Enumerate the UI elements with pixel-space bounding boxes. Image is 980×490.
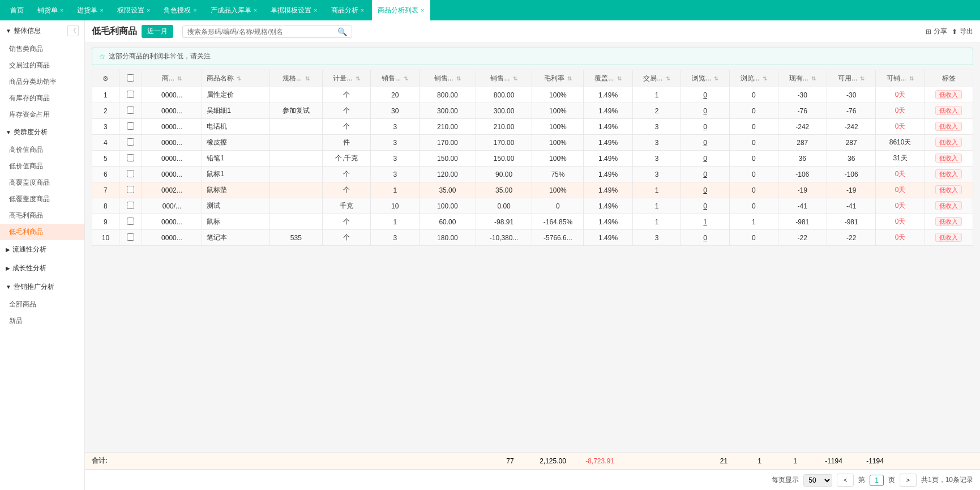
sidebar-section-marketing[interactable]: ▼ 营销推广分析	[0, 278, 84, 296]
row-select-checkbox[interactable]	[127, 91, 134, 98]
nav-sales-order[interactable]: 销货单 ×	[32, 0, 69, 20]
th-gross-rate[interactable]: 毛利率 ⇅	[532, 70, 584, 87]
sidebar-section-overall[interactable]: ▼ 整体信息 《	[0, 20, 84, 41]
row-checkbox[interactable]	[119, 151, 142, 167]
row-sales-amt: 800.00	[420, 87, 476, 103]
row-checkbox[interactable]	[119, 87, 142, 103]
table-body: 1 0000... 属性定价 个 20 800.00 800.00 100% 1…	[92, 87, 973, 246]
sidebar-item-low-value[interactable]: 低价值商品	[0, 158, 84, 174]
nav-product-inbound[interactable]: 产成品入库单 ×	[205, 0, 263, 20]
row-code: 0000...	[142, 167, 202, 182]
nav-home[interactable]: 首页	[5, 0, 29, 20]
per-page-select[interactable]: 50 100 200	[803, 474, 832, 487]
nav-goods-analysis-list[interactable]: 商品分析列表 ×	[372, 0, 430, 20]
row-select-checkbox[interactable]	[127, 218, 134, 225]
sidebar-item-high-coverage[interactable]: 高覆盖度商品	[0, 174, 84, 191]
row-select-checkbox[interactable]	[127, 106, 134, 114]
row-checkbox[interactable]	[119, 167, 142, 182]
close-icon[interactable]: ×	[254, 7, 257, 14]
sidebar-item-stocked-goods[interactable]: 有库存的商品	[0, 90, 84, 106]
sidebar-item-low-coverage[interactable]: 低覆盖度商品	[0, 191, 84, 207]
close-icon[interactable]: ×	[193, 7, 196, 14]
row-trade: 1	[632, 87, 681, 103]
close-icon[interactable]: ×	[60, 7, 63, 14]
row-view1[interactable]: 0	[681, 198, 730, 214]
th-tag[interactable]: 标签	[925, 70, 973, 87]
row-checkbox[interactable]	[119, 119, 142, 135]
settings-icon[interactable]: ⚙	[102, 75, 109, 83]
collapse-button[interactable]: 《	[67, 25, 79, 36]
sidebar-item-new-goods[interactable]: 新品	[0, 313, 84, 329]
share-button[interactable]: ⊞ 分享	[926, 27, 947, 36]
period-button[interactable]: 近一月	[142, 25, 173, 38]
row-checkbox[interactable]	[119, 198, 142, 214]
row-select-checkbox[interactable]	[127, 186, 134, 193]
row-checkbox[interactable]	[119, 182, 142, 198]
row-select-checkbox[interactable]	[127, 202, 134, 209]
row-select-checkbox[interactable]	[127, 233, 134, 241]
th-name[interactable]: 商品名称 ⇅	[202, 70, 270, 87]
th-view2[interactable]: 浏览... ⇅	[729, 70, 778, 87]
sidebar-item-high-value[interactable]: 高价值商品	[0, 142, 84, 158]
search-icon[interactable]: 🔍	[337, 27, 347, 36]
sidebar-item-category-rate[interactable]: 商品分类助销率	[0, 74, 84, 90]
next-page-button[interactable]: ＞	[900, 474, 917, 487]
row-select-checkbox[interactable]	[127, 154, 134, 161]
row-checkbox[interactable]	[119, 230, 142, 246]
close-icon[interactable]: ×	[314, 7, 317, 14]
sidebar-item-stock-capital[interactable]: 库存资金占用	[0, 106, 84, 123]
row-stock-avail: -22	[827, 230, 875, 246]
prev-page-button[interactable]: ＜	[837, 474, 854, 487]
th-settings[interactable]: ⚙	[92, 70, 119, 87]
row-coverage: 1.49%	[584, 198, 632, 214]
th-coverage[interactable]: 覆盖... ⇅	[584, 70, 632, 87]
th-code[interactable]: 商... ⇅	[142, 70, 202, 87]
sidebar-section-growth[interactable]: ▶ 成长性分析	[0, 259, 84, 278]
row-view1[interactable]: 0	[681, 103, 730, 119]
sidebar-item-low-margin[interactable]: 低毛利商品	[0, 224, 84, 240]
row-view1[interactable]: 0	[681, 87, 730, 103]
close-icon[interactable]: ×	[361, 7, 364, 14]
th-stock-sellable[interactable]: 可销... ⇅	[876, 70, 925, 87]
select-all-checkbox[interactable]	[127, 74, 134, 82]
th-view1[interactable]: 浏览... ⇅	[681, 70, 730, 87]
row-view1[interactable]: 0	[681, 230, 730, 246]
row-view1[interactable]: 0	[681, 135, 730, 151]
close-icon[interactable]: ×	[421, 7, 424, 14]
close-icon[interactable]: ×	[100, 7, 103, 14]
close-icon[interactable]: ×	[147, 7, 150, 14]
sidebar-section-circulation[interactable]: ▶ 流通性分析	[0, 240, 84, 259]
row-view1[interactable]: 1	[681, 214, 730, 230]
search-input[interactable]	[187, 28, 337, 36]
row-checkbox[interactable]	[119, 214, 142, 230]
export-button[interactable]: ⬆ 导出	[952, 27, 973, 36]
row-view1[interactable]: 0	[681, 151, 730, 167]
sidebar-item-sales-goods[interactable]: 销售类商品	[0, 41, 84, 57]
nav-goods-analysis[interactable]: 商品分析 ×	[326, 0, 370, 20]
th-spec[interactable]: 规格... ⇅	[269, 70, 322, 87]
sidebar-item-all-goods[interactable]: 全部商品	[0, 296, 84, 313]
th-unit[interactable]: 计量... ⇅	[322, 70, 371, 87]
nav-permissions[interactable]: 权限设置 ×	[112, 0, 156, 20]
th-trade[interactable]: 交易... ⇅	[632, 70, 681, 87]
nav-purchase-order[interactable]: 进货单 ×	[71, 0, 109, 20]
sidebar-item-traded-goods[interactable]: 交易过的商品	[0, 57, 84, 74]
th-sales-profit[interactable]: 销售... ⇅	[476, 70, 532, 87]
nav-role-auth[interactable]: 角色授权 ×	[158, 0, 202, 20]
th-checkbox[interactable]	[119, 70, 142, 87]
sidebar-section-cluster[interactable]: ▼ 类群度分析	[0, 123, 84, 142]
row-view1[interactable]: 0	[681, 167, 730, 182]
th-sales-qty[interactable]: 销售... ⇅	[371, 70, 420, 87]
th-stock-current[interactable]: 现有... ⇅	[778, 70, 827, 87]
row-checkbox[interactable]	[119, 103, 142, 119]
row-select-checkbox[interactable]	[127, 122, 134, 130]
row-select-checkbox[interactable]	[127, 170, 134, 177]
row-select-checkbox[interactable]	[127, 138, 134, 146]
nav-template-settings[interactable]: 单据模板设置 ×	[265, 0, 323, 20]
row-checkbox[interactable]	[119, 135, 142, 151]
row-view1[interactable]: 0	[681, 182, 730, 198]
th-stock-available[interactable]: 可用... ⇅	[827, 70, 875, 87]
row-view1[interactable]: 0	[681, 119, 730, 135]
sidebar-item-high-margin[interactable]: 高毛利商品	[0, 207, 84, 224]
th-sales-amt[interactable]: 销售... ⇅	[420, 70, 476, 87]
